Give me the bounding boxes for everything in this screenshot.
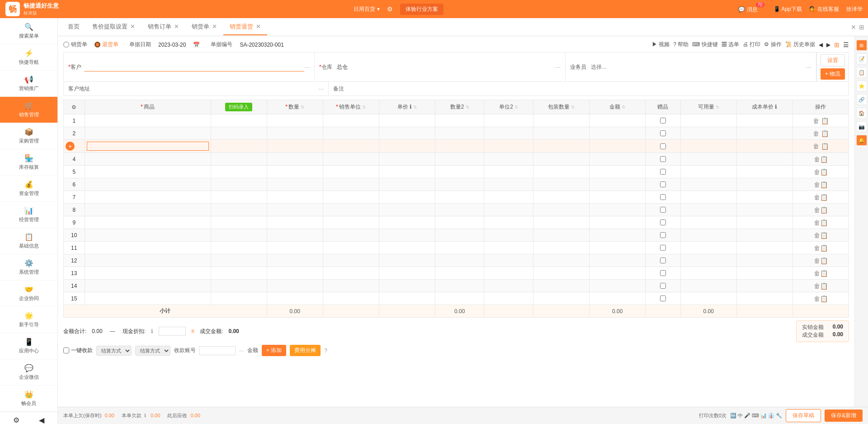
- gift-checkbox-4[interactable]: [660, 156, 666, 162]
- settings-gear-icon[interactable]: ⚙: [387, 5, 393, 13]
- salesperson-input[interactable]: [589, 63, 806, 71]
- copy-row-12[interactable]: 📋: [820, 257, 828, 264]
- sidebar-item-marketing[interactable]: 📢 营销推广: [0, 71, 57, 97]
- qty2-sort-icon[interactable]: ⇅: [466, 105, 469, 110]
- prev-record-icon[interactable]: ◀: [819, 42, 823, 48]
- gift-checkbox-13[interactable]: [660, 270, 666, 276]
- delete-row-3[interactable]: 🗑: [813, 143, 819, 150]
- copy-row-2[interactable]: 📋: [821, 130, 829, 137]
- gift-checkbox-10[interactable]: [660, 232, 666, 238]
- gift-checkbox-7[interactable]: [660, 194, 666, 200]
- amount-cell-2[interactable]: [590, 127, 646, 140]
- price-sort-icon[interactable]: ⇅: [413, 105, 417, 110]
- copy-row-15[interactable]: 📋: [820, 295, 828, 302]
- table-settings-icon[interactable]: ⚙: [71, 104, 76, 110]
- radio-return[interactable]: 退货单: [94, 41, 118, 48]
- delete-row-15[interactable]: 🗑: [814, 295, 820, 302]
- rp-btn-1[interactable]: ⊞: [856, 40, 867, 51]
- fee-help-icon[interactable]: ?: [324, 348, 327, 354]
- sidebar-item-member[interactable]: 👑 畅会员: [0, 386, 57, 412]
- qty-sort-icon[interactable]: ⇅: [301, 105, 304, 110]
- list-view-icon[interactable]: ☰: [843, 41, 849, 48]
- product-cell-2[interactable]: [85, 127, 211, 140]
- sidebar-item-guide[interactable]: 🌟 新手引导: [0, 307, 57, 333]
- operate-btn[interactable]: ⚙ 操作: [764, 41, 781, 48]
- trial-btn[interactable]: 体验行业方案: [400, 4, 443, 15]
- gift-checkbox-6[interactable]: [660, 181, 666, 187]
- rp-btn-6[interactable]: 🏠: [856, 108, 867, 119]
- copy-row-7[interactable]: 📋: [820, 194, 828, 201]
- delete-row-5[interactable]: 🗑: [814, 168, 820, 176]
- history-btn[interactable]: 📜 历史单据: [785, 41, 815, 48]
- unit2-cell-1[interactable]: [484, 114, 533, 127]
- gift-cell-2[interactable]: [646, 127, 681, 140]
- gift-checkbox-1[interactable]: [660, 118, 666, 124]
- copy-row-4[interactable]: 📋: [820, 156, 828, 163]
- tab-home[interactable]: 首页: [61, 19, 86, 35]
- customer-input[interactable]: [84, 63, 305, 71]
- copy-row-1[interactable]: 📋: [821, 117, 829, 124]
- price-cell-2[interactable]: [379, 127, 435, 140]
- calc-method-select[interactable]: 结算方式: [96, 346, 132, 356]
- write-off-select[interactable]: 结算方式: [135, 346, 170, 356]
- account-input[interactable]: [199, 346, 236, 355]
- copy-row-13[interactable]: 📋: [820, 270, 828, 277]
- copy-row-5[interactable]: 📋: [820, 168, 828, 176]
- fee-split-button[interactable]: 费用分摊: [290, 345, 321, 356]
- customer-dots-icon[interactable]: ···: [304, 63, 310, 71]
- video-btn[interactable]: ▶ 视频: [652, 41, 670, 48]
- rp-btn-4[interactable]: ⭐: [856, 81, 867, 91]
- gift-checkbox-5[interactable]: [660, 169, 666, 175]
- delete-row-12[interactable]: 🗑: [814, 257, 820, 264]
- unit-cell-3[interactable]: [323, 140, 379, 153]
- save-new-button[interactable]: 保存&新增: [825, 410, 863, 422]
- unit2-sort-icon[interactable]: ⇅: [514, 105, 518, 110]
- packqty-cell-3[interactable]: [533, 140, 590, 153]
- help-btn[interactable]: ? 帮助: [673, 41, 689, 48]
- tab-return[interactable]: 销货退货 ✕: [223, 19, 267, 35]
- delete-row-11[interactable]: 🗑: [814, 244, 820, 252]
- account-dots-icon[interactable]: ···: [239, 348, 244, 354]
- amount-cell-3[interactable]: [590, 140, 646, 153]
- sidebar-item-system[interactable]: ⚙️ 系统管理: [0, 254, 57, 281]
- gift-checkbox-14[interactable]: [660, 283, 666, 289]
- calendar-icon[interactable]: 📅: [193, 42, 200, 48]
- delete-row-13[interactable]: 🗑: [814, 270, 820, 277]
- packqty-cell-1[interactable]: [533, 114, 590, 127]
- delete-row-9[interactable]: 🗑: [814, 219, 820, 226]
- delete-row-14[interactable]: 🗑: [814, 282, 820, 290]
- discount-help-icon[interactable]: ℹ: [151, 328, 153, 334]
- gift-checkbox-2[interactable]: [660, 130, 666, 136]
- bottom-icon-7[interactable]: 🔧: [776, 413, 782, 419]
- sidebar-item-wechat[interactable]: 💬 企业微信: [0, 359, 57, 386]
- price-cell-3[interactable]: [379, 140, 435, 153]
- gift-cell-1[interactable]: [646, 114, 681, 127]
- online-service-link[interactable]: 💁 在线客服: [809, 5, 839, 13]
- amount-sort-icon[interactable]: ⇅: [622, 105, 625, 110]
- tab-order[interactable]: 销售订单 ✕: [142, 19, 185, 35]
- gift-checkbox-3[interactable]: [660, 143, 666, 149]
- bottom-icon-6[interactable]: 👔: [768, 413, 774, 419]
- payment-checkbox[interactable]: [63, 348, 69, 353]
- add-row-cell[interactable]: +: [64, 140, 85, 153]
- warehouse-dots-icon[interactable]: ···: [555, 63, 561, 71]
- rp-btn-5[interactable]: 🔗: [856, 94, 867, 105]
- delete-row-4[interactable]: 🗑: [814, 156, 820, 163]
- app-download-link[interactable]: 📱 App下载: [774, 5, 802, 13]
- bottom-icon-2[interactable]: 中: [738, 412, 743, 419]
- copy-row-14[interactable]: 📋: [820, 282, 828, 290]
- delete-row-10[interactable]: 🗑: [814, 232, 820, 239]
- copy-row-6[interactable]: 📋: [820, 181, 828, 188]
- qty-cell-2[interactable]: [267, 127, 323, 140]
- sidebar-item-search[interactable]: 🔍 搜索菜单: [0, 18, 57, 44]
- print-btn[interactable]: 🖨 打印: [743, 41, 760, 48]
- packqty-cell-2[interactable]: [533, 127, 590, 140]
- delete-row-8[interactable]: 🗑: [814, 206, 820, 214]
- copy-row-11[interactable]: 📋: [820, 244, 828, 252]
- unit-cell-2[interactable]: [323, 127, 379, 140]
- tab-return-close[interactable]: ✕: [256, 23, 261, 30]
- gift-checkbox-8[interactable]: [660, 207, 666, 213]
- tab-price[interactable]: 售价提取设置 ✕: [86, 19, 142, 35]
- qty-cell-1[interactable]: [267, 114, 323, 127]
- delete-row-7[interactable]: 🗑: [814, 194, 820, 201]
